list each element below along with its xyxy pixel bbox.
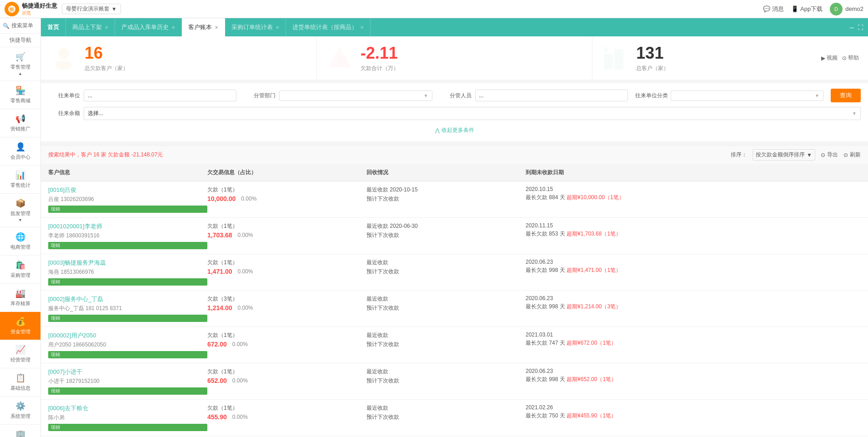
collapse-button[interactable]: ⋀ 收起更多条件 <box>48 125 861 136</box>
tab-purchase-stats-label: 进货单统计表（按商品） <box>292 23 357 31</box>
video-btn[interactable]: ▶ 视频 <box>821 54 838 62</box>
header-recovery: 回收情况 <box>366 169 526 176</box>
filter-area: 往来单位 ... 分管部门 ▼ <box>41 83 868 141</box>
sidebar-item-inventory[interactable]: 🏭 库存核算 <box>0 284 40 312</box>
refresh-button[interactable]: ⊙ 刷新 <box>843 151 861 159</box>
overdue-link-2[interactable]: 超期¥1,471.00（1笔） <box>567 267 621 273</box>
header-debt: 欠交易信息（占比） <box>207 169 366 176</box>
customer-name-6[interactable]: [0006]去下粮仓 <box>48 404 207 412</box>
export-label: 导出 <box>827 151 838 159</box>
supplier-input[interactable]: ... <box>84 90 236 101</box>
debt-ratio-5: 0.00% <box>232 377 248 384</box>
department-select[interactable]: ▼ <box>279 90 432 101</box>
table-header: 客户信息 欠交易信息（占比） 回收情况 到期未收款日期 <box>41 164 868 181</box>
recovery-info-0: 最近收款 2020-10-15 预计下次收款 <box>366 186 526 203</box>
customer-phone-6: 陈小弟 <box>48 414 207 422</box>
customer-name-0[interactable]: [0016]吕俊 <box>48 186 207 194</box>
balance-select[interactable]: 选择... ▼ <box>84 107 861 120</box>
summary-info-customers: 16 总欠款客户（家） <box>85 44 307 72</box>
company-name: 母婴行业演示账套 <box>66 5 110 13</box>
customer-name-5[interactable]: [0007]小进干 <box>48 368 207 376</box>
sidebar-item-wholesale[interactable]: 📦 批发管理 ▼ <box>0 194 40 227</box>
sidebar-search[interactable]: 🔍 搜索菜单 <box>0 18 40 34</box>
summary-cards: 16 总欠款客户（家） ! -2.11 欠 <box>41 36 868 80</box>
app-download-btn[interactable]: 📱 App下载 <box>791 5 823 13</box>
message-btn[interactable]: 💬 消息 <box>763 5 784 13</box>
retail-store-icon: 🏪 <box>15 85 25 95</box>
filter-person-label: 分管人员 <box>440 92 472 100</box>
table-row: [0006]去下粮仓 陈小弟 现销 欠款（1笔） 455.90 0.00% <box>41 400 868 436</box>
sidebar-item-purchase[interactable]: 🛍️ 采购管理 <box>0 256 40 284</box>
tab-production[interactable]: 产成品入库单历史 ✕ <box>115 18 182 36</box>
debt-amount-row-3: 1,214.00 0.00% <box>207 304 366 311</box>
overdue-link-1[interactable]: 超期¥1,703.68（1笔） <box>567 231 621 237</box>
tab-purchase-order-close[interactable]: ✕ <box>276 25 279 30</box>
company-select[interactable]: 母婴行业演示账套 ▼ <box>62 4 121 14</box>
debt-ratio-0: 0.00% <box>241 196 256 202</box>
customer-name-1[interactable]: [0001020001]李老师 <box>48 222 207 231</box>
summary-info-total: 131 总客户（家） <box>636 44 814 72</box>
tab-products[interactable]: 商品上下架 ✕ <box>66 18 115 36</box>
tab-home[interactable]: 首页 <box>41 18 66 36</box>
tab-customer-account[interactable]: 客户账本 ✕ <box>182 18 225 36</box>
person-input[interactable]: ... <box>475 90 628 101</box>
tab-purchase-stats[interactable]: 进货单统计表（按商品） ✕ <box>286 18 371 36</box>
query-button[interactable]: 查询 <box>831 89 861 102</box>
app-title: 畅捷通好生意 <box>22 2 57 10</box>
sidebar-item-retail-management[interactable]: 🛒 零售管理 ▲ <box>0 47 40 81</box>
overdue-days-0: 最长欠款 884 天 超期¥10,000.00（1笔） <box>526 194 861 201</box>
logo-area: 畅 畅捷通好生意 示范 <box>5 2 57 16</box>
member-center-label: 会员中心 <box>10 154 30 161</box>
category-select[interactable]: ▼ <box>671 90 823 101</box>
customer-name-2[interactable]: [0003]畅捷服务尹海蕊 <box>48 259 207 267</box>
tab-customer-account-close[interactable]: ✕ <box>215 25 218 30</box>
user-area[interactable]: D demo2 <box>830 3 863 15</box>
help-btn[interactable]: ⊙ 帮助 <box>842 54 859 62</box>
overdue-link-6[interactable]: 超期¥455.90（1笔） <box>567 412 617 419</box>
tab-products-close[interactable]: ✕ <box>105 25 108 30</box>
summary-card-customers: 16 总欠款客户（家） <box>41 36 317 80</box>
tab-production-close[interactable]: ✕ <box>171 25 175 30</box>
sidebar-item-marketing[interactable]: 📢 营销推广 <box>0 109 40 137</box>
tab-purchase-order[interactable]: 采购订单统计表 ✕ <box>225 18 286 36</box>
sidebar-item-ecommerce[interactable]: 🌐 电商管理 <box>0 227 40 256</box>
svg-point-5 <box>55 60 72 70</box>
sort-select[interactable]: 按欠款金额倒序排序 ▼ <box>753 149 815 161</box>
svg-text:!: ! <box>338 55 341 65</box>
overdue-link-5[interactable]: 超期¥652.00（1笔） <box>567 376 617 382</box>
search-prefix: 搜索结果中，客户 <box>48 151 92 158</box>
retail-management-label: 零售管理 <box>10 64 30 70</box>
debt-amount-4: 672.00 <box>207 341 227 348</box>
overdue-link-4[interactable]: 超期¥672.00（1笔） <box>567 340 617 346</box>
sidebar-item-retail-store[interactable]: 🏪 零售商城 <box>0 81 40 109</box>
sidebar-item-finance[interactable]: 💰 资金管理 <box>0 312 40 340</box>
header-overdue: 到期未收款日期 <box>526 169 861 176</box>
customer-name-4[interactable]: [000002]用户2050 <box>48 332 207 340</box>
overdue-link-3[interactable]: 超期¥1,214.00（3笔） <box>567 303 621 310</box>
sidebar-item-retail-stats[interactable]: 📊 零售统计 <box>0 166 40 194</box>
sidebar-item-system[interactable]: ⚙️ 系统管理 <box>0 397 40 425</box>
tab-purchase-stats-close[interactable]: ✕ <box>360 25 364 30</box>
sidebar-item-member-center[interactable]: 👤 会员中心 <box>0 137 40 166</box>
minimize-icon[interactable]: ─ <box>850 24 854 31</box>
customer-info-2: [0003]畅捷服务尹海蕊 海燕 18513066976 现销 <box>48 259 207 286</box>
sidebar-item-basic-info[interactable]: 📋 基础信息 <box>0 368 40 397</box>
debt-amount-6: 455.90 <box>207 413 227 421</box>
customer-name-3[interactable]: [0002]服务中心_丁磊 <box>48 295 207 303</box>
overdue-link-0[interactable]: 超期¥10,000.00（1笔） <box>567 194 624 201</box>
debt-label: 欠款合计（万） <box>361 65 583 72</box>
sidebar-item-enterprise[interactable]: 🏢 企业协同 <box>0 425 40 437</box>
tab-purchase-order-label: 采购订单统计表 <box>231 23 273 31</box>
marketing-icon: 📢 <box>15 114 25 124</box>
filter-category-label: 往来单位分类 <box>635 92 667 100</box>
customer-phone-3: 服务中心_丁磊 181 0125 8371 <box>48 305 207 312</box>
person-placeholder: ... <box>479 92 484 99</box>
tab-products-label: 商品上下架 <box>72 23 102 31</box>
customer-info-0: [0016]吕俊 吕俊 13026203696 现销 <box>48 186 207 213</box>
sidebar-nav[interactable]: 快捷导航 <box>0 34 40 47</box>
maximize-icon[interactable]: ⛶ <box>858 24 863 31</box>
overdue-info-0: 2020.10.15 最长欠款 884 天 超期¥10,000.00（1笔） <box>526 186 861 201</box>
export-button[interactable]: ⊙ 导出 <box>821 151 838 159</box>
sidebar-item-operations[interactable]: 📈 经营管理 <box>0 340 40 368</box>
debt-amount-1: 1,703.68 <box>207 231 232 239</box>
